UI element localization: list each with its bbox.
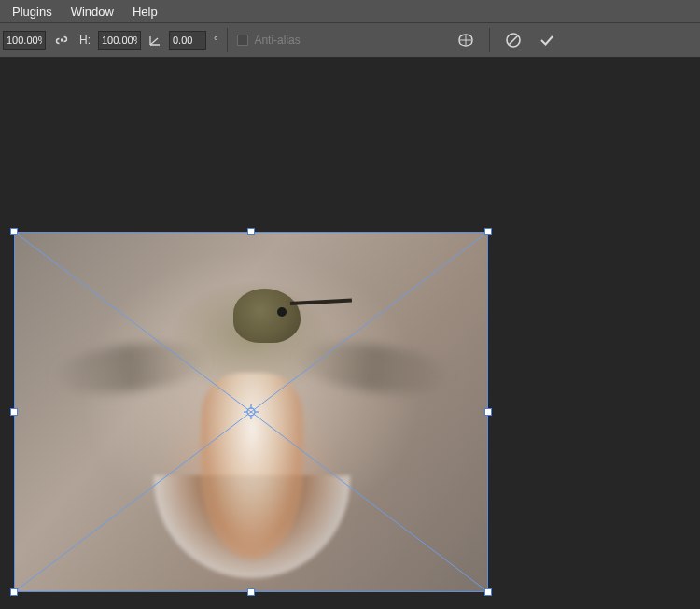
svg-rect-0 <box>61 39 63 42</box>
warp-mode-icon[interactable] <box>452 26 480 54</box>
transform-options-bar: H: ° Anti-alias <box>0 22 700 58</box>
image-detail <box>233 289 301 343</box>
handle-mid-right[interactable] <box>484 408 492 416</box>
separator <box>227 28 228 52</box>
angle-unit-label: ° <box>214 35 217 46</box>
menu-window[interactable]: Window <box>63 2 122 21</box>
handle-top-mid[interactable] <box>247 228 255 235</box>
handle-bottom-left[interactable] <box>10 588 18 596</box>
separator <box>489 28 490 52</box>
commit-transform-button[interactable] <box>533 26 561 54</box>
image-detail <box>154 475 350 578</box>
menu-help[interactable]: Help <box>124 2 166 21</box>
handle-top-right[interactable] <box>484 228 492 235</box>
transform-height-input[interactable] <box>98 31 141 50</box>
antialias-label: Anti-alias <box>254 34 300 47</box>
svg-point-5 <box>247 408 255 416</box>
svg-line-2 <box>510 36 518 45</box>
antialias-option: Anti-alias <box>237 34 300 47</box>
image-detail <box>49 335 213 401</box>
handle-bottom-mid[interactable] <box>247 588 255 596</box>
menubar: Plugins Window Help <box>0 0 700 22</box>
handle-bottom-right[interactable] <box>484 588 492 596</box>
angle-icon <box>147 32 163 49</box>
handle-top-left[interactable] <box>10 228 18 235</box>
transform-height-label: H: <box>79 34 91 47</box>
antialias-checkbox[interactable] <box>237 35 248 46</box>
transform-center-icon[interactable] <box>244 404 259 419</box>
menu-plugins[interactable]: Plugins <box>4 2 61 21</box>
cancel-transform-button[interactable] <box>499 26 527 54</box>
image-detail <box>290 299 352 305</box>
image-detail <box>292 335 455 401</box>
link-aspect-icon[interactable] <box>51 31 72 50</box>
handle-mid-left[interactable] <box>10 408 18 416</box>
transform-width-input[interactable] <box>3 31 46 50</box>
image-detail <box>277 307 287 317</box>
transform-angle-input[interactable] <box>169 31 206 50</box>
